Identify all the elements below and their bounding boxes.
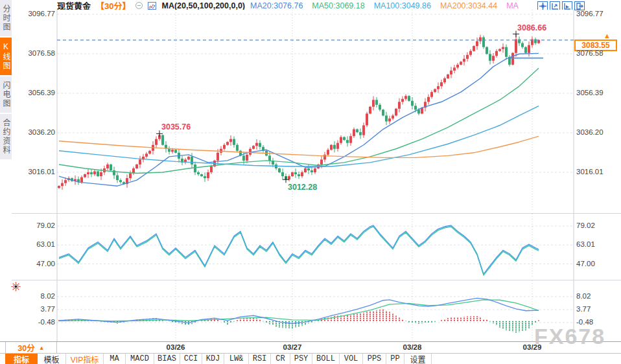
period-expand-arrow-icon: ▲ [39,345,45,351]
toolbar-button-PPS[interactable]: PPS [363,354,386,364]
toolbar-button-CR[interactable]: CR [271,354,290,364]
toolbar-button-PP[interactable]: PP [386,354,404,364]
date-label-03/28: 03/28 [403,343,422,351]
rsi-axis-label: 79.02 [21,222,55,230]
main-axis-label: 3016.01 [21,168,55,176]
main-axis-label: 3016.01 [576,168,603,176]
rsi-axis-label: 47.00 [21,260,55,268]
rsi-axis-label: 47.00 [576,260,595,268]
toolbar-button-RSI[interactable]: RSI [249,354,271,364]
main-axis-label: 3096.77 [21,10,55,18]
time-axis-row: 30分 ▲ 03/2603/2703/2803/29 [0,341,621,353]
toolbar-button-BIAS[interactable]: BIAS [154,354,180,364]
macd-axis-label: 3.77 [21,305,55,313]
toolbar-button-BOLL[interactable]: BOLL [312,354,340,364]
toolbar-button-设置[interactable]: 设置 [404,354,432,364]
toolbar-button-MACD[interactable]: MACD [126,354,154,364]
period-selector[interactable]: 30分 ▲ [5,342,57,354]
main-axis-label: 3076.58 [576,49,603,58]
main-axis-label: 3096.77 [576,10,603,18]
chart-application-window: 分时图K线图闪电图合约资料 现货黄金 【30分】 MA(20,50,100,20… [0,0,621,364]
macd-axis-label: 8.02 [576,292,591,301]
period-selector-label: 30分 [18,341,34,354]
marked-high-label: 3086.66 [517,23,546,32]
macd-settings-sun-icon[interactable] [11,282,21,291]
marked-low-label: 3012.28 [288,183,317,192]
main-axis-label: 3036.20 [21,128,55,137]
rsi-axis-label: 79.02 [576,222,595,230]
date-label-03/27: 03/27 [283,343,302,351]
macd-axis-label: -0.48 [21,318,55,326]
indicator-toolbar: 指标模板VIP指标MAMACDBIASCCIKDJLW&RSICRPSYBOLL… [0,353,621,364]
date-label-03/26: 03/26 [167,343,185,351]
toolbar-button-CCI[interactable]: CCI [180,354,202,364]
toolbar-button-VIP指标[interactable]: VIP指标 [66,354,104,364]
macd-axis-label: 3.77 [576,305,591,313]
rsi-axis-label: 63.01 [21,240,55,249]
macd-axis-label: 8.02 [21,292,55,301]
toolbar-button-MA[interactable]: MA [104,354,126,364]
main-axis-label: 3036.20 [576,128,603,137]
main-axis-label: 3056.39 [21,89,55,97]
rsi-axis-label: 63.01 [576,240,595,249]
candlestick-chart-canvas[interactable] [0,0,621,341]
toolbar-button-VOL[interactable]: VOL [340,354,363,364]
toolbar-button-LW&[interactable]: LW& [224,354,249,364]
fx678-watermark: FX678 [534,324,605,349]
toolbar-button-模板[interactable]: 模板 [38,354,66,364]
main-axis-label: 3056.39 [576,89,603,97]
marked-high-label: 3035.76 [161,122,191,131]
toolbar-button-指标[interactable]: 指标 [5,354,38,364]
toolbar-button-KDJ[interactable]: KDJ [202,354,224,364]
toolbar-button-PSY[interactable]: PSY [290,354,312,364]
main-axis-label: 3076.58 [21,49,55,58]
